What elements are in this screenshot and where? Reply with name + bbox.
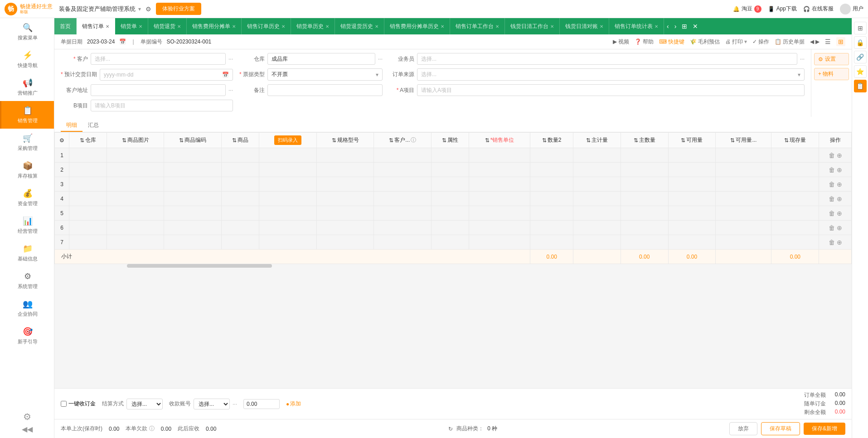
tab-return[interactable]: 销货退货 ✕ — [148, 18, 187, 34]
sidebar-item-finance[interactable]: 💰 资金管理 — [0, 184, 54, 212]
delivery-date-input[interactable]: yyyy-mm-dd 📅 — [100, 69, 233, 81]
horizontal-scrollbar[interactable] — [54, 264, 852, 268]
close-cash-workbench-icon[interactable]: ✕ — [550, 24, 554, 29]
copy-icon-3[interactable]: ⊕ — [837, 181, 842, 188]
close-expense-history-icon[interactable]: ✕ — [441, 24, 444, 29]
user-item[interactable]: 用户 — [840, 4, 863, 14]
side-btn-5-orange[interactable]: 📋 — [854, 80, 867, 92]
address-input[interactable] — [91, 84, 226, 96]
copy-icon-4[interactable]: ⊕ — [837, 195, 842, 202]
sidebar-item-quicknav[interactable]: ⚡ 快捷导航 — [0, 46, 54, 73]
cell-attr-2[interactable] — [432, 163, 469, 177]
view-btn[interactable]: ▶ 视频 — [613, 38, 629, 46]
tab-detail[interactable]: 明细 — [61, 120, 82, 132]
cell-cust-code-2[interactable] — [374, 163, 432, 177]
th-qty2[interactable]: ⇅数量2 — [530, 133, 573, 148]
discard-button[interactable]: 放弃 — [729, 422, 757, 435]
th-main-qty[interactable]: ⇅主数量 — [621, 133, 668, 148]
close-sales-goods-icon[interactable]: ✕ — [139, 24, 142, 29]
delete-icon-6[interactable]: 🗑 — [829, 224, 835, 231]
online-support-item[interactable]: 🎧 在线客服 — [803, 5, 834, 13]
sidebar-item-system[interactable]: ⚙ 系统管理 — [0, 267, 54, 294]
cell-available-1[interactable] — [668, 148, 716, 163]
save-new-button[interactable]: 保存&新增 — [804, 423, 845, 435]
tab-order-history[interactable]: 销售订单历史 ✕ — [242, 18, 291, 34]
cell-unit-1[interactable] — [469, 148, 530, 163]
side-btn-3[interactable]: 🔗 — [854, 51, 867, 63]
cell-available-2[interactable] — [668, 163, 716, 177]
address-more-icon[interactable]: ··· — [228, 87, 233, 93]
cell-image-1[interactable] — [107, 148, 164, 163]
cell-warehouse-2[interactable] — [69, 163, 107, 177]
sidebar-item-marketing[interactable]: 📢 营销推广 — [0, 73, 54, 101]
side-btn-2[interactable]: 🔒 — [854, 36, 867, 49]
th-stock[interactable]: ⇅现存量 — [771, 133, 819, 148]
calendar-icon[interactable]: 📅 — [119, 39, 126, 45]
sidebar-item-operations[interactable]: 📊 经营管理 — [0, 212, 54, 239]
help-btn[interactable]: ❓ 帮助 — [635, 38, 654, 46]
close-workbench-icon[interactable]: ✕ — [495, 24, 499, 29]
print-btn[interactable]: 🖨 打印 ▾ — [725, 38, 747, 46]
tab-expense-history[interactable]: 销售费用分摊单历史 ✕ — [384, 18, 450, 34]
system-dropdown-icon[interactable]: ▾ — [138, 6, 141, 12]
tab-goods-history[interactable]: 销货单历史 ✕ — [291, 18, 335, 34]
cell-available2-1[interactable] — [716, 148, 771, 163]
sidebar-item-sales[interactable]: 📋 销售管理 — [0, 101, 54, 129]
salesperson-input[interactable] — [417, 53, 797, 65]
delete-icon-7[interactable]: 🗑 — [829, 239, 835, 246]
th-scan[interactable]: 扫码录入 — [259, 133, 316, 148]
tab-cash-workbench[interactable]: 钱货日清工作台 ✕ — [505, 18, 560, 34]
list-view-icon[interactable]: ☰ — [825, 38, 831, 45]
th-code[interactable]: ⇅商品编码 — [164, 133, 222, 148]
solution-button[interactable]: 体验行业方案 — [156, 3, 201, 15]
one-click-checkbox[interactable]: 一键收订金 — [61, 400, 96, 408]
close-stats-icon[interactable]: ✕ — [655, 24, 658, 29]
delete-icon-3[interactable]: 🗑 — [829, 181, 835, 188]
th-spec[interactable]: ⇅规格型号 — [316, 133, 374, 148]
delete-icon-4[interactable]: 🗑 — [829, 195, 835, 202]
cell-main-qty-1[interactable] — [621, 148, 668, 163]
profit-btn[interactable]: 🌾 毛利预估 — [690, 38, 720, 46]
tab-next-icon[interactable]: › — [672, 23, 679, 30]
tab-prev-icon[interactable]: ‹ — [664, 23, 672, 30]
cell-main-unit-1[interactable] — [573, 148, 621, 163]
copy-icon-5[interactable]: ⊕ — [837, 210, 842, 217]
settings-bottom-icon[interactable]: ⚙ — [23, 411, 31, 422]
cell-unit-2[interactable] — [469, 163, 530, 177]
cell-product-2[interactable] — [222, 163, 259, 177]
th-available[interactable]: ⇅可用量 — [668, 133, 716, 148]
th-unit[interactable]: ⇅*销售单位 — [469, 133, 530, 148]
next-record-icon[interactable]: ▶ — [815, 39, 820, 45]
gear-icon[interactable]: ⚙ — [144, 4, 153, 14]
note-input[interactable] — [267, 84, 383, 96]
cell-code-2[interactable] — [164, 163, 222, 177]
sidebar-item-basic-info[interactable]: 📁 基础信息 — [0, 239, 54, 267]
delete-icon-5[interactable]: 🗑 — [829, 210, 835, 217]
cell-attr-1[interactable] — [432, 148, 469, 163]
cell-qty2-2[interactable] — [530, 163, 573, 177]
warehouse-input[interactable] — [267, 53, 375, 65]
cell-scan-1[interactable] — [259, 148, 316, 163]
cell-warehouse-1[interactable] — [69, 148, 107, 163]
customer-input[interactable] — [91, 53, 226, 65]
copy-icon-7[interactable]: ⊕ — [837, 239, 842, 246]
cell-stock-2[interactable] — [771, 163, 819, 177]
a-project-input[interactable] — [417, 84, 805, 96]
th-product[interactable]: ⇅商品 — [222, 133, 259, 148]
cell-available2-2[interactable] — [716, 163, 771, 177]
warehouse-more-icon[interactable]: ··· — [378, 56, 383, 62]
collapse-icon[interactable]: ◀◀ — [22, 425, 33, 433]
tab-summary[interactable]: 汇总 — [82, 120, 104, 132]
th-main-unit[interactable]: ⇅主计量 — [573, 133, 621, 148]
th-customer-code[interactable]: ⇅客户...ⓘ — [374, 133, 432, 148]
payment-method-select[interactable]: 选择... — [126, 399, 163, 409]
settings-button[interactable]: ⚙ 设置 — [814, 53, 849, 65]
cell-spec-2[interactable] — [316, 163, 374, 177]
close-goods-history-icon[interactable]: ✕ — [325, 24, 329, 29]
cell-image-2[interactable] — [107, 163, 164, 177]
notification-item[interactable]: 🔔 淘豆 9 — [733, 5, 761, 13]
delete-icon-1[interactable]: 🗑 — [829, 152, 835, 159]
th-warehouse[interactable]: ⇅仓库 — [69, 133, 107, 148]
th-image[interactable]: ⇅商品图片 — [107, 133, 164, 148]
scrollbar-thumb[interactable] — [127, 264, 272, 268]
